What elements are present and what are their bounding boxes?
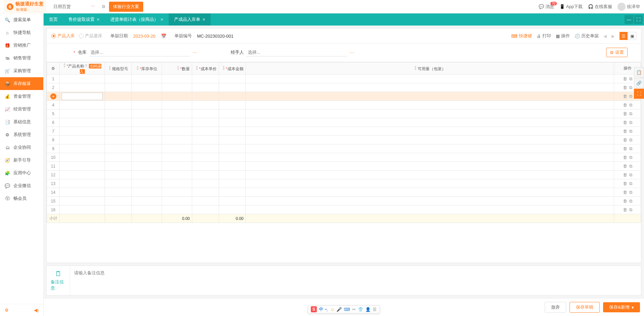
delete-icon[interactable]: 🗑 xyxy=(623,111,627,116)
product-name-input[interactable] xyxy=(62,93,103,100)
copy-icon[interactable]: ⧉ xyxy=(629,155,632,160)
table-settings-icon[interactable]: ⚙ xyxy=(51,66,55,71)
right-tool-2[interactable]: 🔗 xyxy=(634,78,644,88)
table-row[interactable]: 1 🗑⧉ xyxy=(47,75,641,83)
tab[interactable]: 售价提取设置✕ xyxy=(63,13,105,26)
save-new-button[interactable]: 保存&新增 ▾ xyxy=(603,302,640,312)
sort-icon[interactable]: ▲▼ xyxy=(108,65,111,71)
table-row[interactable]: 9 🗑⧉ xyxy=(47,144,641,153)
copy-icon[interactable]: ⧉ xyxy=(629,120,632,125)
copy-icon[interactable]: ⧉ xyxy=(629,76,632,81)
sidebar-collapse-icon[interactable]: ◀) xyxy=(34,308,39,313)
delete-icon[interactable]: 🗑 xyxy=(623,172,627,177)
copy-icon[interactable]: ⧉ xyxy=(629,111,632,116)
delete-icon[interactable]: 🗑 xyxy=(623,164,627,169)
copy-icon[interactable]: ⧉ xyxy=(629,102,632,107)
sidebar-item[interactable]: 📦库存核算 xyxy=(0,77,43,90)
table-row[interactable]: 16 🗑⧉ xyxy=(47,206,641,214)
sidebar-item[interactable]: 🎁营销推广 xyxy=(0,39,43,52)
gear-icon[interactable]: ⚙ xyxy=(102,4,106,9)
radio-product-out[interactable]: 产品退库 xyxy=(79,33,102,39)
date-value[interactable]: 2023-03-20 xyxy=(133,34,156,39)
right-tool-1[interactable]: 📋 xyxy=(634,67,644,77)
sort-icon[interactable]: ▲▼ xyxy=(195,65,198,71)
sort-icon[interactable]: ▲▼ xyxy=(414,65,417,71)
table-row[interactable]: + 🗑⧉ xyxy=(47,92,641,101)
ime-toolbar[interactable]: S 中 •ˌ ☺ 🎤 ⌨ ✂ 👕 👤 ☰ xyxy=(308,305,380,313)
sidebar-item[interactable]: ⌂快捷导航 xyxy=(0,26,43,39)
add-row-icon[interactable]: + xyxy=(50,93,56,99)
right-tool-3[interactable]: ⛶ xyxy=(634,89,644,99)
close-icon[interactable]: ✕ xyxy=(97,17,100,22)
table-row[interactable]: 15 🗑⧉ xyxy=(47,197,641,206)
operations-button[interactable]: ▦操作 xyxy=(556,33,570,39)
delete-icon[interactable]: 🗑 xyxy=(623,85,627,90)
copy-icon[interactable]: ⧉ xyxy=(629,94,632,99)
copy-icon[interactable]: ⧉ xyxy=(629,172,632,177)
view-card-button[interactable]: ▣ xyxy=(628,32,636,40)
copy-icon[interactable]: ⧉ xyxy=(629,207,632,212)
calendar-icon[interactable]: 📅 xyxy=(161,34,166,39)
sidebar-item[interactable]: 🛒采购管理 xyxy=(0,64,43,77)
sort-icon[interactable]: ▲▼ xyxy=(63,62,66,68)
delete-icon[interactable]: 🗑 xyxy=(623,76,627,81)
sidebar-item[interactable]: 💰资金管理 xyxy=(0,90,43,103)
experience-button[interactable]: 体验行业方案 xyxy=(109,2,143,12)
sidebar-item[interactable]: 📈经营管理 xyxy=(0,103,43,116)
app-download-button[interactable]: 📱 App下载 xyxy=(559,4,583,10)
sidebar-item[interactable]: 💬企业微信 xyxy=(0,179,43,192)
sidebar-item[interactable]: ⚙系统管理 xyxy=(0,128,43,141)
prev-icon[interactable]: ◀ xyxy=(603,34,607,39)
table-row[interactable]: 13 🗑⧉ xyxy=(47,179,641,188)
print-button[interactable]: 🖨打印 xyxy=(537,33,551,39)
history-button[interactable]: 🕘历史单据 xyxy=(575,33,599,39)
warehouse-picker-icon[interactable]: ⋯ xyxy=(193,50,197,55)
tabs-expand-button[interactable]: ⛶ xyxy=(634,15,643,24)
table-row[interactable]: 12 🗑⧉ xyxy=(47,171,641,179)
sidebar-item[interactable]: 🧩应用中心 xyxy=(0,167,43,179)
table-row[interactable]: 4 🗑⧉ xyxy=(47,101,641,109)
copy-icon[interactable]: ⧉ xyxy=(629,164,632,169)
help-icon[interactable]: ? xyxy=(85,64,87,69)
sidebar-item[interactable]: 🔍搜索菜单 xyxy=(0,13,43,26)
delete-icon[interactable]: 🗑 xyxy=(623,198,627,204)
table-row[interactable]: 8 🗑⧉ xyxy=(47,136,641,144)
delete-icon[interactable]: 🗑 xyxy=(623,181,627,186)
table-row[interactable]: 5 🗑⧉ xyxy=(47,109,641,118)
copy-icon[interactable]: ⧉ xyxy=(629,181,632,186)
warehouse-select[interactable] xyxy=(89,48,190,56)
copy-icon[interactable]: ⧉ xyxy=(629,129,632,134)
user-menu[interactable]: 徐泽华 xyxy=(618,3,640,11)
close-icon[interactable]: ✕ xyxy=(202,17,205,22)
copy-icon[interactable]: ⧉ xyxy=(629,85,632,90)
table-row[interactable]: 11 🗑⧉ xyxy=(47,162,641,171)
delete-icon[interactable]: 🗑 xyxy=(623,137,627,142)
settings-button[interactable]: ⚙ 设置 xyxy=(606,48,628,57)
tabs-minimize-button[interactable]: — xyxy=(625,15,633,24)
delete-icon[interactable]: 🗑 xyxy=(623,146,627,151)
table-row[interactable]: 10 🗑⧉ xyxy=(47,153,641,162)
copy-icon[interactable]: ⧉ xyxy=(629,198,632,204)
messages-button[interactable]: 💬 消息 70 xyxy=(539,4,554,10)
sort-icon[interactable]: ▲▼ xyxy=(222,65,225,71)
close-icon[interactable]: ✕ xyxy=(160,17,163,22)
sort-icon[interactable]: ▲▼ xyxy=(176,65,179,71)
delete-icon[interactable]: 🗑 xyxy=(623,94,627,99)
next-icon[interactable]: ▶ xyxy=(611,34,615,39)
support-button[interactable]: 🎧 在线客服 xyxy=(588,4,612,10)
view-list-button[interactable]: ☰ xyxy=(620,32,628,40)
table-row[interactable]: 2 🗑⧉ xyxy=(47,83,641,92)
delete-icon[interactable]: 🗑 xyxy=(623,207,627,212)
sidebar-item[interactable]: 🗂企业协同 xyxy=(0,141,43,154)
sidebar-item[interactable]: 🧭新手引导 xyxy=(0,154,43,167)
sidebar-item[interactable]: Ⓥ畅会员 xyxy=(0,192,43,205)
table-row[interactable]: 7 🗑⧉ xyxy=(47,127,641,136)
handler-picker-icon[interactable]: ⋯ xyxy=(350,50,355,55)
sidebar-item[interactable]: 📑基础信息 xyxy=(0,116,43,128)
sidebar-settings-icon[interactable]: ⚙ xyxy=(5,308,9,313)
table-row[interactable]: 6 🗑⧉ xyxy=(47,118,641,127)
business-category-select[interactable]: 日用百货 ﹀ xyxy=(50,2,98,11)
delete-icon[interactable]: 🗑 xyxy=(623,102,627,107)
tab[interactable]: 产成品入库单✕ xyxy=(169,13,211,26)
tab[interactable]: 首页 xyxy=(44,13,63,26)
